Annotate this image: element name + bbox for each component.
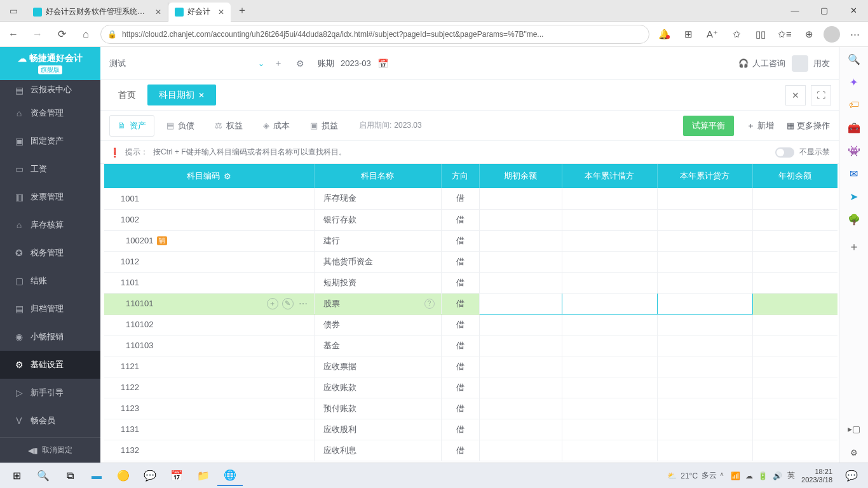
ytd-debit-cell[interactable] <box>562 377 657 398</box>
ytd-debit-cell[interactable] <box>562 356 657 377</box>
ytd-debit-cell[interactable] <box>562 419 657 440</box>
ytd-debit-cell[interactable] <box>562 335 657 356</box>
year-begin-cell[interactable] <box>752 419 837 440</box>
sidebar-item-3[interactable]: ▭工资 <box>0 155 100 183</box>
ytd-credit-cell[interactable] <box>657 209 752 230</box>
ytd-debit-cell[interactable] <box>562 440 657 461</box>
year-begin-cell[interactable] <box>752 440 837 461</box>
forward-button[interactable]: → <box>28 29 47 40</box>
browser-tab-1[interactable]: 好会计 ✕ <box>168 3 231 22</box>
consult-link[interactable]: 🎧 人工咨询 <box>738 58 785 69</box>
filter-tab-2[interactable]: ⚖权益 <box>207 115 251 137</box>
sidebar-item-8[interactable]: ▤归档管理 <box>0 295 100 323</box>
table-row[interactable]: 1132应收利息借 <box>104 440 837 461</box>
ytd-debit-cell[interactable] <box>562 230 657 251</box>
taskbar-chrome[interactable]: 🟡 <box>111 466 136 486</box>
begin-balance-cell[interactable] <box>479 293 562 314</box>
home-button[interactable]: ⌂ <box>76 29 95 40</box>
close-window-button[interactable]: ✕ <box>839 6 868 15</box>
ytd-credit-cell[interactable] <box>657 440 752 461</box>
year-begin-cell[interactable] <box>752 272 837 293</box>
fullscreen-button[interactable]: ⛶ <box>811 85 831 105</box>
chevron-up-icon[interactable]: ＾ <box>718 470 726 481</box>
sidebar-item-7[interactable]: ▢结账 <box>0 267 100 295</box>
table-row[interactable]: 110102债券借 <box>104 314 837 335</box>
ytd-debit-cell[interactable] <box>562 293 657 314</box>
begin-balance-cell[interactable] <box>479 251 562 272</box>
taskbar-wechat[interactable]: 💬 <box>137 466 163 486</box>
back-button[interactable]: ← <box>4 29 23 40</box>
sidebar-item-0[interactable]: ▤云报表中心 <box>0 80 100 99</box>
system-tray[interactable]: ＾ 📶 ☁ 🔋 🔊 英 <box>718 470 795 481</box>
collapse-panel-icon[interactable]: ▸▢ <box>848 424 860 434</box>
unpin-sidebar[interactable]: ◀▮ 取消固定 <box>0 437 100 463</box>
ytd-credit-cell[interactable] <box>657 335 752 356</box>
extensions-icon[interactable]: ⊞ <box>679 29 698 40</box>
ytd-credit-cell[interactable] <box>657 230 752 251</box>
ytd-debit-cell[interactable] <box>562 314 657 335</box>
year-begin-cell[interactable] <box>752 335 837 356</box>
tab-close-icon[interactable]: ✕ <box>218 8 224 17</box>
table-row[interactable]: 1101短期投资借 <box>104 272 837 293</box>
weather-widget[interactable]: ⛅ 21°C 多云 <box>667 470 717 481</box>
tab-home[interactable]: 首页 <box>107 80 147 110</box>
tree-icon[interactable]: 🌳 <box>847 214 861 227</box>
favorites-icon[interactable]: ✩ <box>727 29 746 40</box>
table-scroll[interactable]: 科目编码⚙ 科目名称 方向 期初余额 本年累计借方 本年累计贷方 年初余额 10… <box>100 164 839 463</box>
browser-tab-0[interactable]: 好会计云财务软件管理系统_会计 ✕ <box>27 3 168 22</box>
gear-icon[interactable]: ⚙ <box>224 172 231 181</box>
table-row[interactable]: 110101＋✎⋯股票?借 <box>104 293 837 314</box>
table-row[interactable]: 1131应收股利借 <box>104 419 837 440</box>
begin-balance-cell[interactable] <box>479 377 562 398</box>
sidebar-item-9[interactable]: ◉小畅报销 <box>0 323 100 351</box>
ytd-credit-cell[interactable] <box>657 356 752 377</box>
taskbar-search-button[interactable]: 🔍 <box>31 466 56 486</box>
ytd-debit-cell[interactable] <box>562 251 657 272</box>
ime-indicator[interactable]: 英 <box>787 470 795 481</box>
battery-icon[interactable]: 🔋 <box>758 471 768 480</box>
more-actions-button[interactable]: ▦更多操作 <box>787 120 830 132</box>
add-new-button[interactable]: ＋新增 <box>747 120 774 132</box>
clock[interactable]: 18:21 2023/3/18 <box>801 468 832 484</box>
year-begin-cell[interactable] <box>752 251 837 272</box>
table-row[interactable]: 1001库存现金借 <box>104 188 837 209</box>
panel-settings-icon[interactable]: ⚙ <box>850 448 858 458</box>
filter-tab-0[interactable]: 🗎资产 <box>109 115 154 137</box>
profile-avatar[interactable] <box>824 26 840 43</box>
year-begin-cell[interactable] <box>752 398 837 419</box>
ytd-debit-cell[interactable] <box>562 272 657 293</box>
ytd-credit-cell[interactable] <box>657 251 752 272</box>
sidebar-item-11[interactable]: ▷新手引导 <box>0 379 100 407</box>
address-bar[interactable]: 🔒 https://cloud2.chanjet.com/accounting/… <box>100 25 649 44</box>
table-row[interactable]: 1121应收票据借 <box>104 356 837 377</box>
year-begin-cell[interactable] <box>752 356 837 377</box>
search-icon[interactable]: 🔍 <box>847 53 861 67</box>
volume-icon[interactable]: 🔊 <box>773 471 782 480</box>
hide-disabled-toggle[interactable] <box>775 147 794 158</box>
favorites-bar-icon[interactable]: ✩≡ <box>775 29 794 40</box>
cloud-icon[interactable]: ☁ <box>745 471 753 480</box>
start-button[interactable]: ⊞ <box>4 466 29 486</box>
send-icon[interactable]: ➤ <box>847 191 861 205</box>
more-icon[interactable]: ⋯ <box>297 298 309 309</box>
trial-balance-button[interactable]: 试算平衡 <box>683 116 734 136</box>
sidebar-item-5[interactable]: ⌂库存核算 <box>0 211 100 239</box>
filter-tab-1[interactable]: ▤负债 <box>158 115 203 137</box>
begin-balance-cell[interactable] <box>479 419 562 440</box>
wifi-icon[interactable]: 📶 <box>731 471 740 480</box>
outlook-icon[interactable]: ✉ <box>847 168 861 182</box>
table-row[interactable]: 100201辅建行借 <box>104 230 837 251</box>
ytd-debit-cell[interactable] <box>562 209 657 230</box>
begin-balance-cell[interactable] <box>479 398 562 419</box>
copilot-icon[interactable]: ✦ <box>847 76 861 90</box>
sidebar-item-4[interactable]: ▥发票管理 <box>0 183 100 211</box>
year-begin-cell[interactable] <box>752 188 837 209</box>
shopping-icon[interactable]: 🏷 <box>847 99 861 113</box>
table-row[interactable]: 1012其他货币资金借 <box>104 251 837 272</box>
ytd-debit-cell[interactable] <box>562 398 657 419</box>
sidebar-item-2[interactable]: ▣固定资产 <box>0 127 100 155</box>
year-begin-cell[interactable] <box>752 209 837 230</box>
filter-tab-3[interactable]: ◈成本 <box>255 115 298 137</box>
table-row[interactable]: 1123预付账款借 <box>104 398 837 419</box>
table-row[interactable]: 1122应收账款借 <box>104 377 837 398</box>
